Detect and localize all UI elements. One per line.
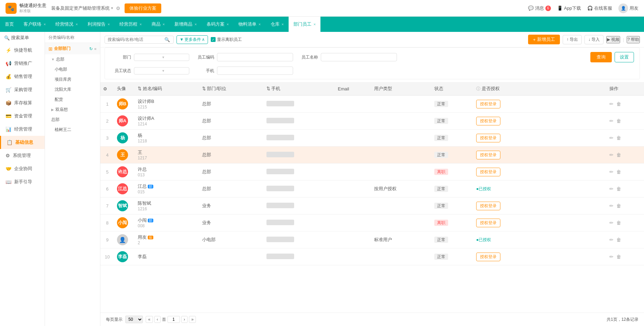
auth-login-button[interactable]: 授权登录 — [476, 253, 500, 261]
nav-tab-经营历程[interactable]: 经营历程× — [115, 17, 146, 32]
delete-icon[interactable]: 🗑 — [616, 101, 621, 107]
dept-item-shenyang[interactable]: 沈阳大库 — [45, 85, 100, 95]
dept-all-header[interactable]: ⊞ 全部部门 ↻ « — [45, 43, 100, 54]
auth-login-button[interactable]: 授权登录 — [476, 219, 500, 227]
close-tab-icon[interactable]: × — [227, 22, 229, 26]
phone-input[interactable] — [217, 67, 293, 75]
page-number-input[interactable] — [167, 316, 180, 323]
nav-tab-部门员工[interactable]: 部门员工× — [289, 17, 320, 32]
dept-select[interactable]: ▾ — [134, 54, 189, 61]
edit-icon[interactable]: ✏ — [609, 254, 614, 259]
per-page-select[interactable]: 50 100 — [125, 316, 143, 323]
search-icon[interactable]: 🔍 — [164, 37, 170, 42]
user-area[interactable]: 👤 用友 — [618, 3, 638, 13]
delete-icon[interactable]: 🗑 — [616, 254, 621, 259]
nav-tab-首页[interactable]: 首页 — [0, 17, 19, 32]
auth-login-button[interactable]: 授权登录 — [476, 151, 500, 159]
settings-icon[interactable]: ⚙ — [116, 6, 120, 11]
delete-icon[interactable]: 🗑 — [616, 118, 621, 124]
dept-item-shuangmiao[interactable]: ▶ 双庙想 — [45, 105, 100, 115]
app-download-btn[interactable]: 📱 App下载 — [557, 5, 581, 11]
show-resigned-checkbox[interactable]: ✓ 显示离职员工 — [211, 37, 242, 43]
last-page-btn[interactable]: » — [189, 316, 196, 323]
edit-icon[interactable]: ✏ — [609, 186, 614, 192]
emp-status-select[interactable]: ▾ — [134, 67, 189, 74]
dept-search-input[interactable] — [48, 35, 100, 40]
nav-tab-商品[interactable]: 商品× — [147, 17, 170, 32]
delete-icon[interactable]: 🗑 — [616, 169, 621, 175]
nav-tab-经营情况[interactable]: 经营情况× — [51, 17, 82, 32]
delete-icon[interactable]: 🗑 — [616, 203, 621, 209]
nav-tab-条码方案[interactable]: 条码方案× — [202, 17, 234, 32]
refresh-icon[interactable]: ↻ — [89, 46, 93, 51]
sidebar-item-quicknav[interactable]: ⚡ 快捷导航 — [0, 44, 45, 57]
search-menu-item[interactable]: 🔍 搜索菜单 — [0, 32, 45, 44]
edit-icon[interactable]: ✏ — [609, 118, 614, 124]
col-name-code[interactable]: ⇅ 姓名/编码 — [135, 82, 199, 96]
edit-icon[interactable]: ✏ — [609, 135, 614, 141]
nav-tab-利润报告[interactable]: 利润报告× — [83, 17, 115, 32]
add-employee-button[interactable]: + 新增员工 — [528, 35, 560, 44]
nav-tab-新增商品[interactable]: 新增商品× — [170, 17, 201, 32]
first-page-btn[interactable]: « — [146, 316, 153, 323]
edit-icon[interactable]: ✏ — [609, 237, 614, 243]
query-button[interactable]: 查询 — [590, 52, 612, 62]
sidebar-item-business[interactable]: 📊 经营管理 — [0, 123, 45, 136]
collapse-icon[interactable]: « — [94, 46, 97, 51]
sidebar-item-system[interactable]: ⚙ 系统管理 — [0, 149, 45, 162]
dept-item-projectroom[interactable]: 项目库房 — [45, 74, 100, 85]
sidebar-item-marketing[interactable]: 📢 营销推广 — [0, 57, 45, 70]
sidebar-item-purchase[interactable]: 🛒 采购管理 — [0, 83, 45, 96]
close-tab-icon[interactable]: × — [44, 22, 46, 26]
video-button[interactable]: ▶ 视频 — [606, 36, 620, 43]
auth-login-button[interactable]: 授权登录 — [476, 168, 500, 176]
more-filter-btn[interactable]: ▼ 更多条件 ∧ — [176, 35, 208, 44]
auth-login-button[interactable]: 授权登录 — [476, 134, 500, 142]
delete-icon[interactable]: 🗑 — [616, 237, 621, 243]
sidebar-item-guide[interactable]: 📖 新手引导 — [0, 175, 45, 188]
col-phone[interactable]: ⇅ 手机 — [264, 82, 335, 96]
col-settings[interactable]: ⚙ — [100, 82, 114, 96]
edit-icon[interactable]: ✏ — [609, 101, 614, 107]
import-button[interactable]: ↓ 导入 — [584, 35, 604, 44]
auth-login-button[interactable]: 授权登录 — [476, 100, 500, 108]
dept-item-headquarter[interactable]: ▼ 总部 — [45, 54, 100, 64]
online-help-btn[interactable]: 🎧 在线客服 — [587, 5, 612, 11]
edit-icon[interactable]: ✏ — [609, 203, 614, 209]
sidebar-item-finance[interactable]: 💳 资金管理 — [0, 109, 45, 123]
delete-icon[interactable]: 🗑 — [616, 152, 621, 158]
sidebar-item-inventory[interactable]: 📦 库存核算 — [0, 96, 45, 109]
edit-icon[interactable]: ✏ — [609, 169, 614, 175]
close-tab-icon[interactable]: × — [314, 22, 316, 26]
dropdown-arrow-icon[interactable]: ▾ — [111, 6, 113, 10]
close-tab-icon[interactable]: × — [75, 22, 78, 26]
prev-page-btn[interactable]: ‹ — [154, 316, 161, 323]
close-tab-icon[interactable]: × — [282, 22, 284, 26]
edit-icon[interactable]: ✏ — [609, 152, 614, 158]
close-tab-icon[interactable]: × — [194, 22, 197, 26]
info-icon[interactable]: ⓘ — [476, 86, 480, 91]
help-button[interactable]: ? 帮助 — [627, 36, 640, 43]
set-button[interactable]: 设置 — [615, 52, 634, 62]
auth-login-button[interactable]: 授权登录 — [476, 117, 500, 125]
nav-tab-物料清单[interactable]: 物料清单× — [234, 17, 265, 32]
dept-item-distribution[interactable]: 配货 — [45, 95, 100, 105]
auth-login-button[interactable]: 授权登录 — [476, 202, 500, 210]
close-tab-icon[interactable]: × — [258, 22, 261, 26]
emp-code-input[interactable] — [217, 53, 293, 61]
search-input[interactable] — [108, 37, 163, 42]
next-page-btn[interactable]: › — [181, 316, 188, 323]
close-tab-icon[interactable]: × — [108, 22, 110, 26]
trial-button[interactable]: 体验行业方案 — [125, 3, 161, 13]
nav-tab-仓库[interactable]: 仓库× — [266, 17, 289, 32]
edit-icon[interactable]: ✏ — [609, 220, 614, 226]
delete-icon[interactable]: 🗑 — [616, 186, 621, 192]
close-tab-icon[interactable]: × — [163, 22, 165, 26]
dept-item-hq2[interactable]: 总部 — [45, 115, 100, 125]
dept-item-xiaodian[interactable]: 小电部 — [45, 64, 100, 74]
sidebar-item-collab[interactable]: 🤝 企业协同 — [0, 162, 45, 175]
nav-tab-客户联络[interactable]: 客户联络× — [19, 17, 51, 32]
message-btn[interactable]: 💬 消息 6 — [528, 5, 551, 11]
dept-item-zhishu[interactable]: 植树王二 — [45, 125, 100, 135]
delete-icon[interactable]: 🗑 — [616, 135, 621, 141]
